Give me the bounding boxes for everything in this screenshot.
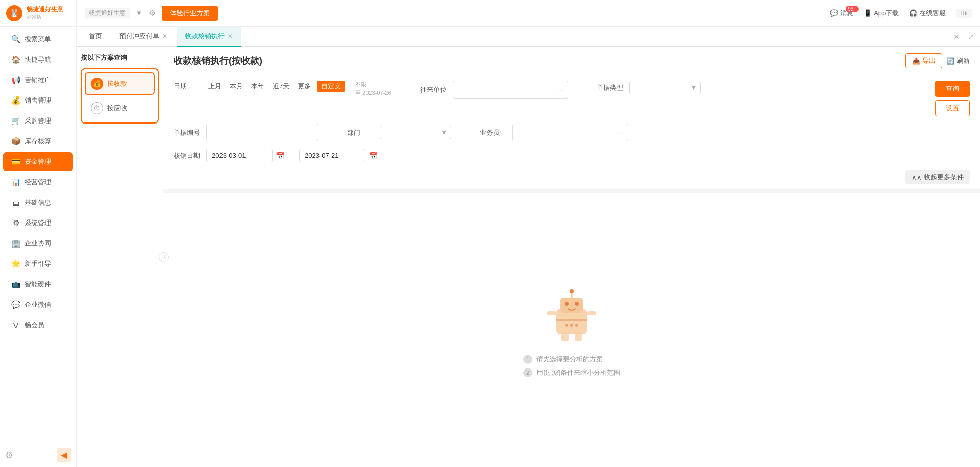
filter-container: 日期 上月 本月 本年 近7天 更多 自定义 不限 至 2023-07-26 <box>163 72 980 189</box>
date-last-7days[interactable]: 近7天 <box>271 81 291 92</box>
sidebar-item-hardware[interactable]: 📺 智能硬件 <box>3 275 73 294</box>
date-custom[interactable]: 自定义 <box>317 81 345 92</box>
export-icon: 📤 <box>912 57 920 65</box>
sidebar-item-purchase[interactable]: 🛒 采购管理 <box>3 111 73 131</box>
sidebar-logo: 🐰 畅捷通好生意 标准版 <box>0 0 76 27</box>
verify-date-start-input[interactable]: 2023-03-01 <box>206 149 273 162</box>
hint-2-number: 2 <box>523 368 532 377</box>
verify-date-label: 核销日期 <box>174 151 202 160</box>
query-box: 💰 按收款 ⏱ 按应收 <box>81 68 159 124</box>
main-area: 畅捷通好生意 ▼ ⚙ 体验行业方案 💬 消息 99+ 📱 App下载 🎧 在线客… <box>77 0 980 467</box>
verify-date-end-input[interactable]: 2023-07-21 <box>299 149 365 162</box>
sidebar-item-label-marketing: 营销推广 <box>24 76 51 85</box>
topbar: 畅捷通好生意 ▼ ⚙ 体验行业方案 💬 消息 99+ 📱 App下载 🎧 在线客… <box>77 0 980 27</box>
settings-icon[interactable]: ⚙ <box>5 450 13 461</box>
collapse-more-button[interactable]: ∧∧ 收起更多条件 <box>905 170 970 184</box>
sidebar-item-enterprise[interactable]: 🏢 企业协同 <box>3 234 73 253</box>
sidebar-nav: 🔍 搜索菜单 🏠 快捷导航 📢 营销推广 💰 销售管理 🛒 采购管理 <box>0 27 76 443</box>
tab-home[interactable]: 首页 <box>81 27 110 47</box>
wechat-biz-icon: 💬 <box>11 300 20 309</box>
counterpart-input-group: ··· <box>453 81 569 99</box>
counterpart-dots[interactable]: ··· <box>555 86 564 93</box>
sidebar-item-label-purchase: 采购管理 <box>24 116 51 126</box>
tab-receipt-offset-close[interactable]: ✕ <box>228 33 233 40</box>
sidebar-item-sys-mgmt[interactable]: ⚙ 系统管理 <box>3 213 73 233</box>
sidebar-item-member[interactable]: V 畅会员 <box>3 315 73 335</box>
sidebar-item-inventory[interactable]: 📦 库存核算 <box>3 132 73 151</box>
export-button[interactable]: 📤 导出 <box>905 53 942 68</box>
tab-prepay-close[interactable]: ✕ <box>162 33 167 40</box>
search-icon: 🔍 <box>11 35 20 44</box>
verify-date-start-group: 2023-03-01 📅 <box>206 149 284 162</box>
date-to: 至 2023-07-26 <box>355 89 391 97</box>
dept-label: 部门 <box>347 128 376 137</box>
user-name[interactable]: Rit <box>956 9 972 18</box>
sidebar-item-finance[interactable]: 💳 资金管理 <box>3 152 73 171</box>
verify-date-end-group: 2023-07-21 📅 <box>299 149 377 162</box>
date-this-year[interactable]: 本年 <box>249 81 266 92</box>
empty-illustration <box>541 283 602 345</box>
svg-rect-6 <box>547 311 556 315</box>
sidebar-item-search[interactable]: 🔍 搜索菜单 <box>3 30 73 49</box>
sidebar-item-wechat-biz[interactable]: 💬 企业微信 <box>3 295 73 314</box>
sidebar-item-label-hardware: 智能硬件 <box>24 280 51 289</box>
sidebar-item-marketing[interactable]: 📢 营销推广 <box>3 70 73 90</box>
sidebar-item-label-search: 搜索菜单 <box>24 35 51 44</box>
sidebar-item-quick-nav[interactable]: 🏠 快捷导航 <box>3 50 73 69</box>
expand-icon[interactable]: ⤢ <box>966 31 976 43</box>
panel-collapse-button[interactable]: 《 <box>159 252 169 262</box>
doc-no-input-group <box>206 124 318 141</box>
svg-point-2 <box>565 302 569 306</box>
industry-solution-button[interactable]: 体验行业方案 <box>162 6 218 21</box>
date-more[interactable]: 更多 <box>296 81 313 92</box>
message-icon: 💬 <box>830 9 838 17</box>
date-last-month[interactable]: 上月 <box>206 81 224 92</box>
refresh-button[interactable]: 🔄 刷新 <box>946 56 970 65</box>
staff-label: 业务员 <box>480 128 508 137</box>
sidebar-item-label-member: 畅会员 <box>24 321 44 330</box>
message-button[interactable]: 💬 消息 99+ <box>830 9 853 18</box>
sidebar-item-sales[interactable]: 💰 销售管理 <box>3 91 73 110</box>
settings-button[interactable]: 设置 <box>935 100 970 116</box>
service-icon: 🎧 <box>909 9 917 17</box>
query-button[interactable]: 查询 <box>935 81 970 97</box>
app-download-button[interactable]: 📱 App下载 <box>864 9 899 18</box>
sidebar-item-label-beginner: 新手引导 <box>24 259 51 268</box>
sidebar-item-base-info[interactable]: 🗂 基础信息 <box>3 193 73 212</box>
svg-point-11 <box>565 324 568 327</box>
staff-dots[interactable]: ··· <box>615 129 624 136</box>
empty-hints: 1 请先选择要分析的方案 2 用[过滤]条件来缩小分析范围 <box>523 355 620 377</box>
svg-point-13 <box>575 324 578 327</box>
close-all-tabs-icon[interactable]: ✕ <box>951 31 962 43</box>
online-service-button[interactable]: 🎧 在线客服 <box>909 9 946 18</box>
hint-2-text: 用[过滤]条件来缩小分析范围 <box>536 368 620 377</box>
sidebar-item-biz-mgmt[interactable]: 📊 经营管理 <box>3 173 73 192</box>
hardware-icon: 📺 <box>11 280 20 289</box>
tab-receipt-offset[interactable]: 收款核销执行 ✕ <box>177 27 241 47</box>
query-item-by-receivable[interactable]: ⏱ 按应收 <box>85 97 155 119</box>
date-this-month[interactable]: 本月 <box>228 81 245 92</box>
tab-prepay[interactable]: 预付冲应付单 ✕ <box>111 27 176 47</box>
dropdown-icon[interactable]: ▼ <box>136 9 142 17</box>
collapse-icon[interactable]: ◀ <box>57 448 71 462</box>
date-options: 上月 本月 本年 近7天 更多 自定义 <box>206 81 345 92</box>
query-item-by-receipt[interactable]: 💰 按收款 <box>85 72 155 95</box>
date-filter-group: 日期 上月 本月 本年 近7天 更多 自定义 <box>174 81 345 92</box>
sidebar-item-beginner[interactable]: 🌟 新手引导 <box>3 254 73 274</box>
settings-icon-topbar[interactable]: ⚙ <box>149 8 156 18</box>
svg-rect-7 <box>587 311 596 315</box>
verify-start-calendar-icon[interactable]: 📅 <box>276 152 284 160</box>
quick-nav-icon: 🏠 <box>11 55 20 64</box>
svg-point-12 <box>570 324 573 327</box>
verify-end-calendar-icon[interactable]: 📅 <box>369 152 377 160</box>
dept-select[interactable] <box>380 126 451 139</box>
doc-type-select[interactable] <box>629 81 701 94</box>
member-icon: V <box>11 321 20 330</box>
topbar-brand: 畅捷通好生意 <box>85 8 130 18</box>
sidebar-item-label-quick-nav: 快捷导航 <box>24 55 51 64</box>
counterpart-input[interactable] <box>457 83 553 96</box>
staff-input[interactable] <box>517 126 613 139</box>
biz-mgmt-icon: 📊 <box>11 178 20 187</box>
svg-point-5 <box>570 289 574 293</box>
doc-no-input[interactable] <box>211 126 314 139</box>
